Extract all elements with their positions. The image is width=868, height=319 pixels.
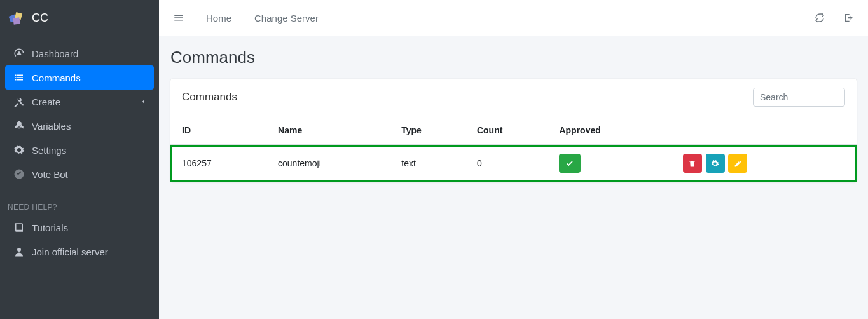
sidebar-item-dashboard[interactable]: Dashboard: [5, 41, 154, 65]
th-type[interactable]: Type: [390, 116, 465, 145]
topbar: Home Change Server: [159, 0, 868, 36]
top-link-changeserver[interactable]: Change Server: [249, 9, 324, 27]
list-icon: [13, 72, 25, 83]
main: Home Change Server Commands Commands: [159, 0, 868, 319]
sidebar-item-create[interactable]: Create: [5, 90, 154, 114]
sidebar-nav: Dashboard Commands Create Variables: [0, 36, 159, 191]
cell-approved: [548, 145, 671, 182]
logout-icon[interactable]: [840, 9, 858, 27]
th-actions: [672, 116, 857, 145]
chevron-left-icon: [140, 98, 146, 105]
gear-icon: [13, 144, 25, 156]
sidebar-item-label: Variables: [32, 121, 71, 132]
th-count[interactable]: Count: [465, 116, 548, 145]
user-icon: [13, 246, 25, 257]
pencil-icon: [734, 160, 742, 168]
sidebar-item-joinserver[interactable]: Join official server: [5, 240, 154, 264]
card-header: Commands: [170, 79, 857, 116]
cubes-icon: [13, 120, 25, 132]
search-input[interactable]: [753, 88, 845, 107]
edit-button[interactable]: [728, 154, 747, 173]
gear-icon: [711, 160, 719, 168]
card-title: Commands: [182, 91, 237, 104]
refresh-icon[interactable]: [811, 9, 829, 27]
sidebar-help-nav: Tutorials Join official server: [0, 215, 159, 269]
sidebar: CC Dashboard Commands Create: [0, 0, 159, 319]
sidebar-item-tutorials[interactable]: Tutorials: [5, 215, 154, 240]
cell-id: 106257: [170, 145, 266, 182]
sidebar-item-label: Dashboard: [32, 48, 78, 59]
commands-table: ID Name Type Count Approved 106257 count…: [170, 116, 857, 182]
sidebar-item-label: Settings: [32, 145, 66, 156]
cell-type: text: [390, 145, 465, 182]
table-row[interactable]: 106257 countemoji text 0: [170, 145, 857, 182]
sidebar-item-label: Vote Bot: [32, 169, 68, 180]
sidebar-item-label: Create: [32, 97, 60, 107]
delete-button[interactable]: [683, 154, 702, 173]
cell-name: countemoji: [266, 145, 390, 182]
brand-logo-icon: [8, 9, 25, 27]
trash-icon: [688, 160, 696, 168]
svg-point-4: [17, 248, 21, 252]
book-icon: [13, 222, 25, 233]
content: Commands Commands ID Name Type Count App…: [159, 36, 868, 319]
cell-count: 0: [465, 145, 548, 182]
cell-actions: [672, 145, 857, 182]
commands-card: Commands ID Name Type Count Approved: [170, 79, 857, 182]
dashboard-icon: [13, 48, 25, 59]
sidebar-help-header: NEED HELP?: [0, 191, 159, 215]
topbar-left: Home Change Server: [169, 8, 324, 27]
sidebar-item-commands[interactable]: Commands: [5, 65, 154, 90]
top-link-home[interactable]: Home: [201, 9, 237, 27]
check-circle-icon: [13, 168, 25, 180]
settings-button[interactable]: [706, 154, 725, 173]
topbar-right: [811, 9, 858, 27]
sidebar-item-settings[interactable]: Settings: [5, 138, 154, 162]
brand[interactable]: CC: [0, 0, 159, 36]
tools-icon: [13, 96, 25, 107]
brand-name: CC: [32, 11, 48, 25]
page-title: Commands: [170, 48, 857, 67]
sidebar-item-votebot[interactable]: Vote Bot: [5, 162, 154, 186]
approved-check-icon: [559, 154, 581, 173]
th-approved[interactable]: Approved: [548, 116, 671, 145]
sidebar-item-variables[interactable]: Variables: [5, 114, 154, 138]
menu-toggle-icon[interactable]: [169, 8, 188, 27]
sidebar-item-label: Join official server: [32, 247, 108, 257]
th-name[interactable]: Name: [266, 116, 390, 145]
th-id[interactable]: ID: [170, 116, 266, 145]
sidebar-item-label: Tutorials: [32, 222, 68, 233]
sidebar-item-label: Commands: [32, 72, 81, 83]
svg-rect-2: [13, 17, 20, 24]
